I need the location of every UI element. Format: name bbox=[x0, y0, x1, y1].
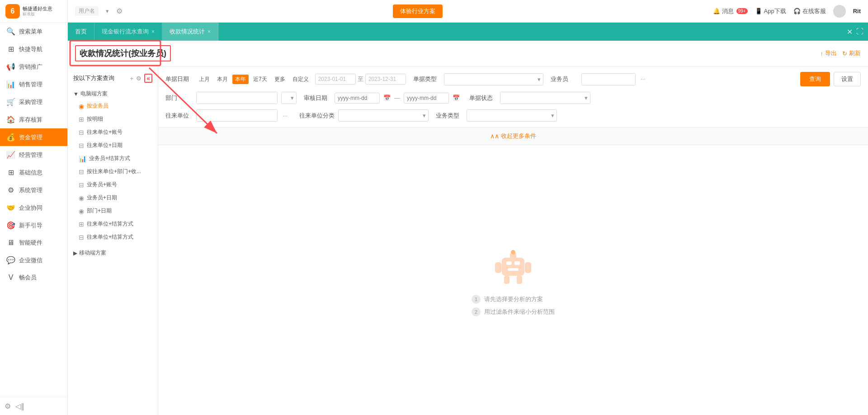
svg-rect-7 bbox=[525, 262, 531, 273]
tab-collection-stats[interactable]: 收款情况统计 × bbox=[162, 23, 218, 41]
salesperson-more-icon[interactable]: ··· bbox=[639, 76, 647, 82]
business-type-select[interactable] bbox=[467, 109, 557, 122]
sidebar-item-member[interactable]: V 畅会员 bbox=[0, 269, 67, 286]
record-status-select[interactable] bbox=[500, 92, 590, 104]
logo-area: 6 畅捷通好生意 标准版 bbox=[0, 0, 67, 23]
sidebar-item-basicinfo[interactable]: ⊞ 基础信息 bbox=[0, 164, 67, 181]
record-type-select-wrapper bbox=[444, 73, 543, 85]
svg-rect-8 bbox=[504, 276, 509, 284]
sidebar-item-corpcollab[interactable]: 🤝 企业协同 bbox=[0, 199, 67, 217]
filter-row-3: 往来单位 ··· 往来单位分类 业务类型 bbox=[165, 109, 861, 122]
empty-robot-illustration bbox=[491, 244, 536, 289]
date-btn-more[interactable]: 更多 bbox=[272, 75, 288, 84]
collapse-chevron-icon: ∧∧ bbox=[490, 132, 499, 140]
date-btn-custom[interactable]: 自定义 bbox=[290, 75, 311, 84]
panel-item-salesperson-payment[interactable]: 📊 业务员+结算方式 bbox=[68, 152, 158, 165]
tab-close-all-icon[interactable]: ✕ bbox=[847, 28, 853, 36]
filter-partner-category-item: 往来单位分类 bbox=[299, 109, 429, 122]
mobile-section-header[interactable]: ▶ 移动端方案 bbox=[68, 247, 158, 259]
sidebar-item-search[interactable]: 🔍 搜索菜单 bbox=[0, 23, 67, 40]
collapse-bar[interactable]: ∧∧ 收起更多条件 bbox=[158, 127, 868, 145]
panel-item-salesperson-date[interactable]: ◉ 业务员+日期 bbox=[68, 191, 158, 204]
query-button[interactable]: 查询 bbox=[800, 72, 830, 86]
dept-label: 部门 bbox=[165, 94, 193, 102]
topbar-dropdown-icon[interactable]: ▾ bbox=[106, 8, 109, 14]
dept-input[interactable] bbox=[196, 92, 278, 104]
audit-date-from-input[interactable] bbox=[335, 93, 380, 104]
username-label: Rit bbox=[853, 8, 861, 14]
logo-text: 畅捷通好生意 标准版 bbox=[23, 5, 52, 17]
empty-state: 1 请先选择要分析的方案 2 用过滤条件来缩小分析范围 bbox=[158, 145, 868, 415]
panel-item-by-detail[interactable]: ⊞ 按明细 bbox=[68, 113, 158, 126]
tab-expand-icon[interactable]: ⛶ bbox=[856, 28, 863, 36]
refresh-icon: ↻ bbox=[842, 50, 847, 57]
sidebar-item-marketing[interactable]: 📢 营销推广 bbox=[0, 58, 67, 75]
sidebar-item-operation[interactable]: 📈 经营管理 bbox=[0, 146, 67, 164]
tab-home[interactable]: 首页 bbox=[68, 23, 94, 41]
panel-item-partner-date[interactable]: ⊟ 往来单位+日期 bbox=[68, 139, 158, 152]
page-title: 收款情况统计(按业务员) bbox=[75, 45, 171, 61]
logo-icon: 6 bbox=[5, 4, 20, 19]
notification-item[interactable]: 🔔 消息 99+ bbox=[713, 7, 748, 15]
collapse-sidebar-icon[interactable]: ◁‖ bbox=[15, 402, 24, 410]
pc-section-header[interactable]: ▼ 电脑端方案 bbox=[68, 88, 158, 99]
record-type-select[interactable] bbox=[444, 73, 543, 85]
settings-button[interactable]: 设置 bbox=[834, 72, 861, 86]
trial-button[interactable]: 体验行业方案 bbox=[393, 5, 443, 18]
empty-steps: 1 请先选择要分析的方案 2 用过滤条件来缩小分析范围 bbox=[472, 295, 555, 316]
dept-date-icon: ◉ bbox=[79, 208, 84, 215]
date-separator: 至 bbox=[358, 75, 363, 83]
sidebar-item-quicknav[interactable]: ⊞ 快捷导航 bbox=[0, 40, 67, 58]
tab-bank-flow-close[interactable]: × bbox=[151, 28, 155, 35]
dept-select-wrapper bbox=[281, 92, 297, 104]
sidebar-item-inventory[interactable]: 🏠 库存核算 bbox=[0, 111, 67, 128]
audit-date-calendar2-icon[interactable]: 📅 bbox=[453, 94, 460, 101]
member-icon: V bbox=[6, 274, 15, 282]
salesperson-payment-icon: 📊 bbox=[79, 155, 86, 162]
settings-bottom-icon[interactable]: ⚙ bbox=[5, 402, 11, 410]
export-button[interactable]: ↑ 导出 bbox=[821, 49, 837, 57]
user-avatar[interactable] bbox=[833, 5, 846, 18]
date-btn-7days[interactable]: 近7天 bbox=[250, 75, 270, 84]
date-btn-last-month[interactable]: 上月 bbox=[196, 75, 212, 84]
sales-icon: 📊 bbox=[6, 80, 15, 89]
partner-input[interactable] bbox=[196, 109, 278, 122]
sidebar-item-corpwechat[interactable]: 💬 企业微信 bbox=[0, 251, 67, 269]
audit-date-calendar-icon[interactable]: 📅 bbox=[383, 94, 391, 101]
panel-item-salesperson-account[interactable]: ⊟ 业务员+账号 bbox=[68, 178, 158, 191]
online-service-item[interactable]: 🎧 在线客服 bbox=[793, 7, 826, 15]
partner-category-select[interactable] bbox=[338, 109, 429, 122]
date-btn-this-month[interactable]: 本月 bbox=[214, 75, 231, 84]
panel-item-by-partner-dept[interactable]: ⊟ 按往来单位+部门+收... bbox=[68, 165, 158, 178]
panel-item-by-salesperson[interactable]: ◉ 按业务员 bbox=[68, 99, 158, 113]
sidebar-item-finance[interactable]: 💰 资金管理 bbox=[0, 128, 67, 146]
sidebar-item-beginner[interactable]: 🎯 新手引导 bbox=[0, 217, 67, 234]
filter-record-type-item: 单据类型 bbox=[413, 73, 543, 85]
step-1-num: 1 bbox=[472, 295, 481, 304]
headset-icon: 🎧 bbox=[793, 8, 801, 14]
app-download-item[interactable]: 📱 App下载 bbox=[755, 7, 786, 15]
tab-bank-flow[interactable]: 现金银行流水查询 × bbox=[94, 23, 162, 41]
sidebar-item-sales[interactable]: 📊 销售管理 bbox=[0, 75, 67, 93]
panel-add-icon[interactable]: + bbox=[130, 75, 134, 82]
tab-collection-stats-close[interactable]: × bbox=[208, 28, 211, 35]
topbar-settings-icon[interactable]: ⚙ bbox=[116, 7, 123, 15]
date-btn-this-year[interactable]: 本年 bbox=[232, 75, 249, 84]
audit-date-to-input[interactable] bbox=[404, 93, 449, 104]
sidebar-item-system[interactable]: ⚙ 系统管理 bbox=[0, 181, 67, 199]
sidebar-bottom: ⚙ ◁‖ bbox=[0, 397, 67, 415]
dept-select[interactable] bbox=[281, 92, 297, 104]
sidebar-item-purchase[interactable]: 🛒 采购管理 bbox=[0, 93, 67, 111]
panel-collapse-icon[interactable]: « bbox=[144, 74, 152, 83]
panel-item-partner-payment[interactable]: ⊞ 往来单位+结算方式 bbox=[68, 217, 158, 231]
panel-item-dept-date[interactable]: ◉ 部门+日期 bbox=[68, 204, 158, 217]
panel-item-partner-payment2[interactable]: ⊟ 往来单位+结算方式 bbox=[68, 231, 158, 244]
panel-item-partner-account[interactable]: ⊟ 往来单位+账号 bbox=[68, 126, 158, 139]
partner-more-icon[interactable]: ··· bbox=[281, 113, 289, 119]
salesperson-input[interactable] bbox=[581, 73, 636, 85]
date-from-input[interactable] bbox=[315, 74, 356, 85]
sidebar-item-smarthw[interactable]: 🖥 智能硬件 bbox=[0, 234, 67, 251]
refresh-button[interactable]: ↻ 刷新 bbox=[842, 49, 861, 57]
panel-settings-icon[interactable]: ⚙ bbox=[136, 75, 142, 82]
date-to-input[interactable] bbox=[365, 74, 406, 85]
